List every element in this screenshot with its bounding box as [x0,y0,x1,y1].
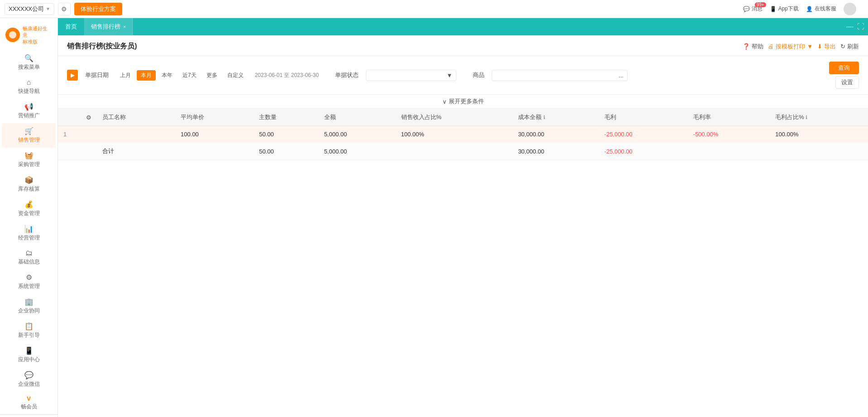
online-service-button[interactable]: 👤 在线客服 [806,5,836,13]
page-actions: ❓ 帮助 🖨 按模板打印 ▼ ⬇ 导出 ↻ 刷新 [743,43,859,51]
tab-minimize-icon[interactable]: — [846,23,854,31]
col-amount: 全额 [319,109,396,126]
cell-rank: 1 [58,126,81,143]
tab-close-icon[interactable]: × [123,24,126,29]
date-btn-this-month[interactable]: 本月 [137,70,156,81]
apps-icon: 📱 [24,346,34,355]
table-header-row: ⚙ 员工名称 平均单价 主数量 全额 销售收入占比% 成本全额 ℹ 毛利 毛利率 [58,109,868,126]
sidebar-item-label: 经营管理 [18,234,40,242]
basic-icon: 🗂 [25,249,33,257]
tab-home-label: 首页 [65,23,77,31]
app-download-button[interactable]: 📱 App下载 [770,5,799,13]
sidebar-item-guide[interactable]: 📋 新手引导 [2,318,56,343]
col-gross-ratio: 毛利占比% ℹ [770,109,868,126]
expand-button[interactable]: ∨ 展开更多条件 [442,97,484,105]
cost-info-icon[interactable]: ℹ [543,115,545,120]
cell-gross: -25,000.00 [599,126,688,143]
sidebar-item-finance[interactable]: 💰 资金管理 [2,197,56,221]
goods-input[interactable]: ... [492,70,628,81]
svg-point-0 [9,31,16,38]
export-label: 导出 [824,43,836,51]
query-button[interactable]: 查询 [829,62,859,74]
purchase-icon: 🧺 [24,151,34,160]
cell-avg-price: 100.00 [175,126,254,143]
date-buttons: 上月 本月 本年 近7天 更多 自定义 [116,70,248,81]
sidebar-item-shortcut[interactable]: ⌂ 快捷导航 [2,75,56,99]
sidebar-item-label: 销售管理 [18,136,40,144]
help-icon: ❓ [743,43,750,50]
cell-cost: 30,000.00 [513,126,599,143]
sidebar-item-marketing[interactable]: 📢 营销推广 [2,99,56,123]
tab-sales-ranking[interactable]: 销售排行榜 × [85,18,133,35]
cell-name [97,126,175,143]
setting-button[interactable]: 设置 [835,76,859,89]
avatar[interactable] [844,3,856,15]
sidebar-item-apps[interactable]: 📱 应用中心 [2,343,56,367]
sidebar-item-basic[interactable]: 🗂 基础信息 [2,245,56,269]
tab-bar: 首页 销售排行榜 × — ⛶ [58,18,868,35]
footer-empty-rank [58,143,81,160]
date-btn-last-month[interactable]: 上月 [116,70,135,81]
company-chevron-icon: ▼ [46,6,50,11]
filter-toggle-button[interactable]: ▶ [67,70,78,81]
main-layout: 畅康通好生意 标准版 🔍 搜索菜单 ⌂ 快捷导航 📢 营销推广 🛒 销售管理 🧺… [0,18,868,417]
expand-more-row: ∨ 展开更多条件 [58,95,868,109]
service-label: 在线客服 [815,5,836,13]
print-button[interactable]: 🖨 按模板打印 ▼ [768,43,813,51]
app-icon: 📱 [770,6,777,12]
company-selector[interactable]: XXXXXX公司 ▼ [5,3,54,15]
message-icon: 💬 [743,6,750,12]
footer-cost: 30,000.00 [513,143,599,160]
footer-sales-ratio [396,143,513,160]
page-title: 销售排行榜(按业务员) [67,42,137,51]
sidebar-logo: 畅康通好生意 标准版 [0,22,58,50]
sidebar-item-label: 新手引导 [18,331,40,339]
sidebar-item-label: 企业微信 [18,380,40,388]
refresh-label: 刷新 [847,43,859,51]
export-button[interactable]: ⬇ 导出 [817,43,836,51]
message-button[interactable]: 💬 消息 99+ [743,5,762,13]
tab-home[interactable]: 首页 [58,18,85,35]
system-icon: ⚙ [26,273,32,282]
col-settings[interactable]: ⚙ [81,109,97,126]
sidebar-item-label: 基础信息 [18,258,40,266]
trial-button[interactable]: 体验行业方案 [74,3,122,15]
date-btn-custom[interactable]: 自定义 [223,70,248,81]
print-chevron-icon: ▼ [807,43,813,50]
cell-sales-ratio: 100.00% [396,126,513,143]
status-select[interactable]: ▼ [366,70,456,81]
sidebar-item-inventory[interactable]: 📦 库存核算 [2,172,56,197]
logo-icon [5,28,20,42]
date-btn-more[interactable]: 更多 [202,70,221,81]
sidebar-item-member[interactable]: V 畅会员 [2,392,56,414]
refresh-button[interactable]: ↻ 刷新 [840,43,859,51]
col-avg-price: 平均单价 [175,109,254,126]
inventory-icon: 📦 [24,176,34,184]
sidebar-item-operations[interactable]: 📊 经营管理 [2,221,56,245]
cell-qty: 50.00 [254,126,318,143]
expand-label: 展开更多条件 [449,97,484,105]
sidebar: 畅康通好生意 标准版 🔍 搜索菜单 ⌂ 快捷导航 📢 营销推广 🛒 销售管理 🧺… [0,18,58,417]
col-sales-ratio: 销售收入占比% [396,109,513,126]
sidebar-item-purchase[interactable]: 🧺 采购管理 [2,148,56,172]
sidebar-item-label: 快捷导航 [18,87,40,95]
settings-icon[interactable]: ⚙ [58,3,71,15]
tab-fullscreen-icon[interactable]: ⛶ [857,23,864,31]
footer-gross-ratio [770,143,868,160]
filter-area: ▶ 单据日期 上月 本月 本年 近7天 更多 自定义 2023-06-01 至 … [58,56,868,95]
page-header: 销售排行榜(按业务员) ❓ 帮助 🖨 按模板打印 ▼ ⬇ 导出 [58,35,868,56]
col-rank [58,109,81,126]
sidebar-item-sales[interactable]: 🛒 销售管理 [2,123,56,148]
cell-gross-rate: -500.00% [688,126,770,143]
sidebar-item-enterprise[interactable]: 🏢 企业协同 [2,294,56,318]
date-btn-this-year[interactable]: 本年 [158,70,177,81]
date-btn-7days[interactable]: 近7天 [178,70,201,81]
sidebar-bottom: ⚙ ◀ [0,414,58,417]
sidebar-item-label: 应用中心 [18,356,40,364]
gross-ratio-info-icon[interactable]: ℹ [806,115,807,120]
sidebar-item-system[interactable]: ⚙ 系统管理 [2,269,56,294]
sidebar-item-wechat[interactable]: 💬 企业微信 [2,367,56,392]
table-row: 1 100.00 50.00 5,000.00 100.00% 30,000.0… [58,126,868,143]
sidebar-item-search[interactable]: 🔍 搜索菜单 [2,50,56,75]
help-button[interactable]: ❓ 帮助 [743,43,763,51]
